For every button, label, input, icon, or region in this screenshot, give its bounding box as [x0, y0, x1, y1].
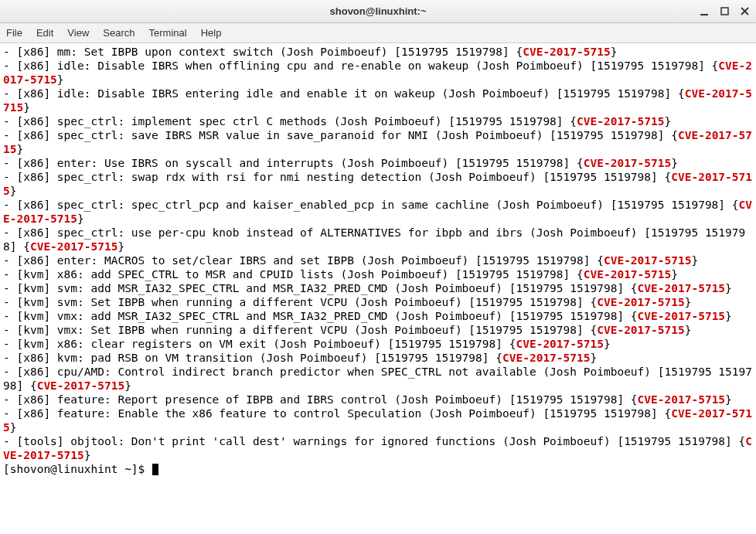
menu-search[interactable]: Search — [103, 27, 135, 39]
cve-tag: CVE-2017-5715 — [638, 310, 726, 322]
cve-tag: CVE-2017-5715 — [37, 379, 125, 392]
cursor — [152, 464, 158, 475]
cve-tag: CVE-2017-5715 — [523, 46, 611, 58]
cve-tag: CVE-2017-5715 — [3, 407, 752, 434]
cve-tag: CVE-2017-5715 — [30, 240, 118, 253]
titlebar: shovon@linuxhint:~ — [0, 0, 756, 23]
cve-tag: CVE-2017-5715 — [584, 268, 672, 281]
close-button[interactable] — [739, 6, 750, 17]
window-title: shovon@linuxhint:~ — [254, 5, 502, 17]
cve-tag: CVE-2017-5715 — [3, 60, 752, 86]
menu-edit[interactable]: Edit — [36, 27, 53, 39]
cve-tag: CVE-2017-5715 — [516, 338, 604, 350]
cve-tag: CVE-2017-5715 — [502, 352, 591, 364]
cve-tag: CVE-2017-5715 — [604, 254, 692, 267]
cve-tag: CVE-2017-5715 — [597, 296, 685, 308]
maximize-button[interactable] — [719, 6, 730, 17]
cve-tag: CVE-2017-5715 — [638, 282, 726, 294]
cve-tag: CVE-2017-5715 — [3, 199, 752, 225]
menu-terminal[interactable]: Terminal — [149, 27, 187, 39]
shell-prompt: [shovon@linuxhint ~]$ — [3, 463, 152, 475]
minimize-button[interactable] — [699, 6, 710, 17]
cve-tag: CVE-2017-5715 — [3, 435, 752, 461]
cve-tag: CVE-2017-5715 — [3, 87, 752, 114]
menubar: File Edit View Search Terminal Help — [0, 23, 756, 43]
svg-rect-1 — [721, 8, 728, 15]
cve-tag: CVE-2017-5715 — [597, 324, 685, 336]
menu-view[interactable]: View — [67, 27, 89, 39]
cve-tag: CVE-2017-5715 — [584, 157, 672, 169]
menu-file[interactable]: File — [6, 27, 22, 39]
terminal-output[interactable]: - [x86] mm: Set IBPB upon context switch… — [0, 43, 756, 534]
cve-tag: CVE-2017-5715 — [3, 171, 752, 197]
cve-tag: CVE-2017-5715 — [577, 115, 665, 128]
cve-tag: CVE-2017-5715 — [3, 129, 752, 155]
menu-help[interactable]: Help — [201, 27, 222, 39]
cve-tag: CVE-2017-5715 — [638, 393, 726, 406]
